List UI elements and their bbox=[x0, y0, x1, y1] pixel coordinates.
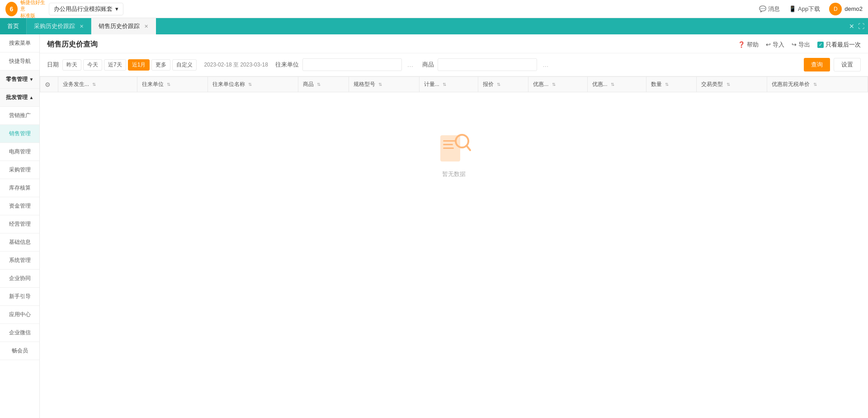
sidebar-item-member[interactable]: 畅会员 bbox=[0, 342, 39, 360]
user-name: demo2 bbox=[844, 5, 863, 12]
sort-icon-biz-date: ⇅ bbox=[92, 82, 96, 87]
app-download-button[interactable]: 📱 App下载 bbox=[789, 5, 820, 13]
date-range-text: 2023-02-18 至 2023-03-18 bbox=[204, 61, 268, 69]
user-menu[interactable]: D demo2 bbox=[829, 3, 863, 15]
table-col-unit[interactable]: 计量... ⇅ bbox=[419, 77, 478, 92]
export-button[interactable]: ↪ 导出 bbox=[792, 41, 810, 49]
table-col-spec[interactable]: 规格型号 ⇅ bbox=[349, 77, 419, 92]
sidebar-item-finance[interactable]: 资金管理 bbox=[0, 197, 39, 215]
main-layout: 搜索菜单 快捷导航 零售管理 ▼ 批发管理 ▲ 营销推广 销售管理 电商管理 采… bbox=[0, 34, 868, 418]
partner-dots-icon[interactable]: ... bbox=[406, 61, 415, 69]
date-btn-yesterday[interactable]: 昨天 bbox=[62, 59, 81, 71]
marketing-label: 营销推广 bbox=[9, 112, 31, 119]
date-btn-custom[interactable]: 自定义 bbox=[172, 59, 197, 71]
tab-purchase-close[interactable]: ✕ bbox=[80, 24, 84, 29]
svg-rect-3 bbox=[443, 147, 454, 149]
sidebar-item-wechat[interactable]: 企业微信 bbox=[0, 324, 39, 342]
checkbox-icon: ✓ bbox=[817, 42, 824, 48]
date-label: 日期 bbox=[47, 61, 59, 69]
table-col-discount1[interactable]: 优惠... ⇅ bbox=[528, 77, 587, 92]
sidebar-item-enterprise[interactable]: 企业协同 bbox=[0, 270, 39, 288]
data-table: ⚙ 业务发生... ⇅ 往来单位 ⇅ 往来单位名称 ⇅ bbox=[40, 76, 868, 214]
close-all-icon[interactable]: ✕ bbox=[849, 23, 854, 30]
tab-purchase-label: 采购历史价跟踪 bbox=[34, 22, 75, 30]
logo: 6 畅捷信好生意 标准版 bbox=[5, 0, 45, 19]
sidebar-item-wholesale[interactable]: 批发管理 ▲ bbox=[0, 89, 39, 107]
partner-label: 往来单位 bbox=[275, 61, 299, 69]
sidebar-item-sales-mgmt[interactable]: 销售管理 bbox=[0, 125, 39, 143]
sidebar-item-search-menu[interactable]: 搜索菜单 bbox=[0, 34, 39, 52]
date-btn-last1m[interactable]: 近1月 bbox=[128, 59, 150, 71]
maximize-icon[interactable]: ⛶ bbox=[858, 23, 864, 30]
operations-label: 经营管理 bbox=[9, 220, 31, 228]
wechat-label: 企业微信 bbox=[9, 329, 31, 337]
goods-input[interactable] bbox=[438, 58, 537, 71]
sort-icon-pretax-price: ⇅ bbox=[813, 82, 817, 87]
import-icon: ↩ bbox=[766, 41, 771, 48]
filter-bar: 日期 昨天 今天 近7天 近1月 更多 自定义 2023-02-18 至 202… bbox=[40, 53, 868, 76]
page-header-actions: ❓ 帮助 ↩ 导入 ↪ 导出 ✓ 只看最后一次 bbox=[738, 41, 861, 49]
sort-icon-goods: ⇅ bbox=[317, 82, 321, 87]
sidebar-item-purchase-mgmt[interactable]: 采购管理 bbox=[0, 161, 39, 179]
partner-input[interactable] bbox=[302, 58, 402, 71]
only-last-checkbox[interactable]: ✓ 只看最后一次 bbox=[817, 41, 861, 49]
system-label: 系统管理 bbox=[9, 256, 31, 264]
settings-icon[interactable]: ⚙ bbox=[45, 81, 51, 88]
mobile-icon: 📱 bbox=[789, 5, 796, 12]
partner-filter-group: 往来单位 ... bbox=[275, 58, 415, 71]
purchase-mgmt-label: 采购管理 bbox=[9, 166, 31, 174]
sidebar-item-ecommerce[interactable]: 电商管理 bbox=[0, 143, 39, 161]
setting-button[interactable]: 设置 bbox=[834, 58, 861, 71]
sales-mgmt-label: 销售管理 bbox=[9, 130, 31, 138]
enterprise-label: 企业协同 bbox=[9, 275, 31, 282]
date-btn-today[interactable]: 今天 bbox=[83, 59, 102, 71]
empty-text: 暂无数据 bbox=[442, 170, 466, 178]
filter-actions: 查询 设置 bbox=[804, 58, 861, 71]
table-col-quote[interactable]: 报价 ⇅ bbox=[478, 77, 528, 92]
sort-icon-spec: ⇅ bbox=[378, 82, 382, 87]
avatar: D bbox=[829, 3, 842, 15]
table-col-discount2[interactable]: 优惠... ⇅ bbox=[587, 77, 646, 92]
guide-label: 新手引导 bbox=[9, 293, 31, 300]
page-title: 销售历史价查询 bbox=[47, 40, 98, 49]
top-bar-right: 💬 消息 📱 App下载 D demo2 bbox=[759, 3, 863, 15]
tab-sales-close[interactable]: ✕ bbox=[144, 24, 148, 29]
message-button[interactable]: 💬 消息 bbox=[759, 5, 780, 13]
import-button[interactable]: ↩ 导入 bbox=[766, 41, 784, 49]
sidebar-item-guide[interactable]: 新手引导 bbox=[0, 288, 39, 306]
table-col-pretax-price[interactable]: 优惠前无税单价 ⇅ bbox=[767, 77, 868, 92]
tab-home[interactable]: 首页 bbox=[0, 18, 27, 34]
sort-icon-trade-type: ⇅ bbox=[726, 82, 730, 87]
table-col-quantity[interactable]: 数量 ⇅ bbox=[646, 77, 697, 92]
sidebar-item-quick-nav[interactable]: 快捷导航 bbox=[0, 52, 39, 71]
sidebar-item-retail[interactable]: 零售管理 ▼ bbox=[0, 71, 39, 89]
date-filter-group: 日期 昨天 今天 近7天 近1月 更多 自定义 bbox=[47, 59, 197, 71]
table-col-trade-type[interactable]: 交易类型 ⇅ bbox=[697, 77, 767, 92]
query-button[interactable]: 查询 bbox=[804, 58, 830, 71]
goods-dots-icon[interactable]: ... bbox=[541, 61, 550, 69]
sidebar-item-system[interactable]: 系统管理 bbox=[0, 252, 39, 270]
sidebar-item-app-center[interactable]: 应用中心 bbox=[0, 306, 39, 324]
table-col-partner-code[interactable]: 往来单位 ⇅ bbox=[137, 77, 208, 92]
sidebar-item-inventory[interactable]: 库存核算 bbox=[0, 179, 39, 197]
table-col-biz-date[interactable]: 业务发生... ⇅ bbox=[58, 77, 137, 92]
account-name: 办公用品行业模拟账套 bbox=[54, 5, 113, 13]
sidebar: 搜索菜单 快捷导航 零售管理 ▼ 批发管理 ▲ 营销推广 销售管理 电商管理 采… bbox=[0, 34, 40, 418]
tab-sales[interactable]: 销售历史价跟踪 ✕ bbox=[91, 18, 156, 34]
help-button[interactable]: ❓ 帮助 bbox=[738, 41, 759, 49]
sidebar-item-basics[interactable]: 基础信息 bbox=[0, 233, 39, 252]
date-btn-last7[interactable]: 近7天 bbox=[104, 59, 126, 71]
table-col-partner-name[interactable]: 往来单位名称 ⇅ bbox=[208, 77, 298, 92]
sidebar-item-operations[interactable]: 经营管理 bbox=[0, 215, 39, 233]
svg-rect-2 bbox=[443, 144, 453, 145]
table-col-goods[interactable]: 商品 ⇅ bbox=[298, 77, 349, 92]
goods-filter-group: 商品 ... bbox=[422, 58, 550, 71]
sidebar-item-marketing[interactable]: 营销推广 bbox=[0, 107, 39, 125]
date-btn-more[interactable]: 更多 bbox=[151, 59, 170, 71]
account-dropdown[interactable]: 办公用品行业模拟账套 ▾ bbox=[49, 3, 123, 15]
tab-purchase[interactable]: 采购历史价跟踪 ✕ bbox=[27, 18, 91, 34]
table-col-settings[interactable]: ⚙ bbox=[40, 77, 58, 92]
basics-label: 基础信息 bbox=[9, 238, 31, 246]
sort-icon-discount1: ⇅ bbox=[552, 82, 556, 87]
quick-nav-label: 快捷导航 bbox=[9, 57, 31, 65]
